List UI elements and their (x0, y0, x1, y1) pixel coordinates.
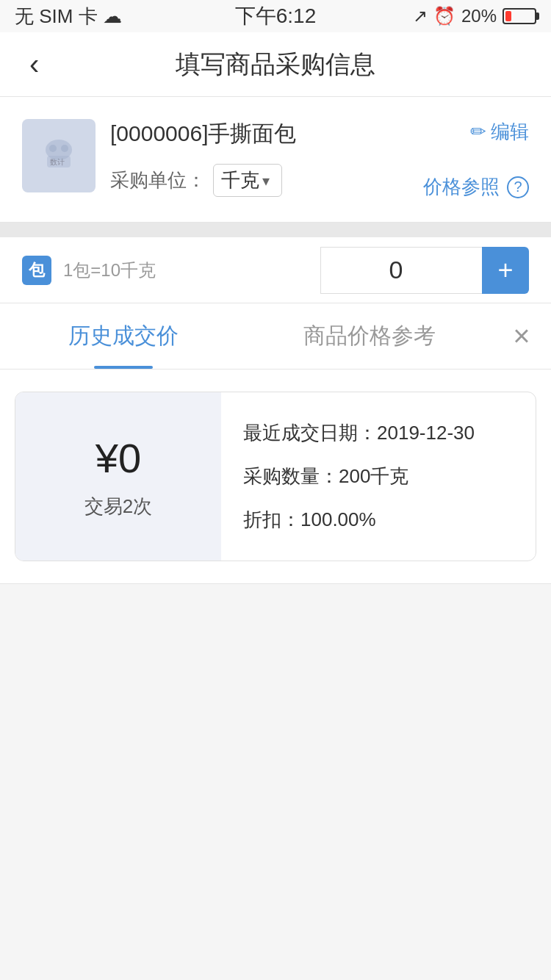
product-image: 数计 (22, 119, 96, 192)
battery-icon (503, 8, 536, 24)
product-logo-icon: 数计 (37, 134, 81, 178)
date-label: 最近成交日期： (243, 422, 377, 444)
price-trades: 交易2次 (84, 494, 152, 519)
product-left: 数计 [0000006]手撕面包 采购单位： 千克 ▾ (22, 119, 296, 197)
qty-value: 200千克 (339, 465, 408, 487)
status-left: 无 SIM 卡 ☁ (15, 4, 122, 29)
qty-label: 采购数量： (243, 465, 339, 487)
tab-close-button[interactable]: × (492, 320, 551, 353)
svg-text:数计: 数计 (50, 158, 65, 166)
tab-product-price-ref[interactable]: 商品价格参考 (246, 303, 492, 369)
separator (0, 223, 551, 237)
chevron-down-icon: ▾ (262, 172, 270, 190)
price-qty-row: 采购数量：200千克 (243, 462, 514, 491)
discount-value: 100.00% (300, 508, 376, 530)
quantity-row: 包 1包=10千克 + (0, 237, 551, 303)
price-amount: ¥0 (96, 434, 141, 482)
unit-value: 千克 (221, 167, 259, 193)
product-info: [0000006]手撕面包 采购单位： 千克 ▾ (110, 119, 296, 197)
unit-box-text: 包 (29, 259, 45, 281)
status-time: 下午6:12 (235, 2, 317, 30)
price-date-row: 最近成交日期：2019-12-30 (243, 419, 514, 447)
date-value: 2019-12-30 (377, 422, 475, 444)
svg-point-2 (61, 145, 68, 152)
price-ref-button[interactable]: 价格参照 (423, 174, 500, 200)
tab-active-underline (94, 366, 153, 369)
discount-label: 折扣： (243, 508, 300, 530)
price-card-left: ¥0 交易2次 (15, 392, 221, 561)
page-title: 填写商品采购信息 (176, 48, 375, 82)
quantity-input[interactable] (320, 247, 482, 294)
price-ref-hint-icon[interactable]: ? (507, 176, 529, 198)
tabs-section: 历史成交价 商品价格参考 × ¥0 交易2次 最近成交日期：2019-12-30… (0, 303, 551, 584)
edit-button[interactable]: ✏ 编辑 (470, 119, 529, 145)
qty-conversion: 1包=10千克 (63, 259, 156, 282)
price-discount-row: 折扣：100.00% (243, 505, 514, 534)
product-unit-row: 采购单位： 千克 ▾ (110, 164, 296, 197)
product-card: 数计 [0000006]手撕面包 采购单位： 千克 ▾ ✏ 编辑 (0, 97, 551, 223)
tab-history-price-label: 历史成交价 (68, 321, 179, 351)
status-right: ↗ ⏰ 20% (413, 6, 536, 26)
location-icon: ↗ (413, 6, 428, 26)
edit-label: 编辑 (491, 119, 529, 145)
price-card: ¥0 交易2次 最近成交日期：2019-12-30 采购数量：200千克 折扣：… (15, 392, 536, 561)
tab-product-price-ref-label: 商品价格参考 (303, 321, 436, 351)
tabs-header: 历史成交价 商品价格参考 × (0, 303, 551, 370)
unit-select[interactable]: 千克 ▾ (213, 164, 282, 197)
alarm-icon: ⏰ (433, 6, 455, 26)
quantity-input-group: + (320, 247, 529, 294)
unit-label: 采购单位： (110, 167, 206, 193)
back-button[interactable]: ‹ (22, 40, 46, 88)
edit-icon: ✏ (470, 120, 486, 143)
main-content (0, 584, 551, 980)
svg-point-1 (49, 145, 57, 152)
nav-bar: ‹ 填写商品采购信息 (0, 32, 551, 97)
product-name: [0000006]手撕面包 (110, 119, 296, 149)
quantity-label-group: 包 1包=10千克 (22, 256, 156, 285)
product-top: 数计 [0000006]手撕面包 采购单位： 千克 ▾ ✏ 编辑 (22, 119, 529, 200)
price-ref-row: 价格参照 ? (423, 174, 529, 200)
tab-history-price[interactable]: 历史成交价 (0, 303, 246, 369)
battery-percent: 20% (461, 6, 497, 26)
unit-box: 包 (22, 256, 51, 285)
quantity-plus-button[interactable]: + (482, 247, 529, 294)
product-right: ✏ 编辑 价格参照 ? (423, 119, 529, 200)
price-card-right: 最近成交日期：2019-12-30 采购数量：200千克 折扣：100.00% (221, 392, 536, 561)
sim-status: 无 SIM 卡 ☁ (15, 4, 122, 29)
status-bar: 无 SIM 卡 ☁ 下午6:12 ↗ ⏰ 20% (0, 0, 551, 32)
